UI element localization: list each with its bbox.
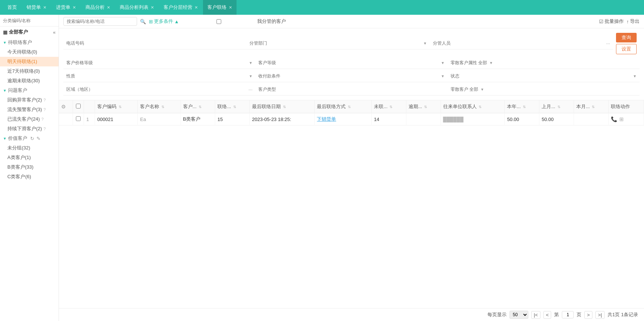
col-gear[interactable]: ⚙	[59, 100, 73, 113]
select-all-checkbox[interactable]	[76, 104, 81, 108]
help-icon-churned[interactable]: ?	[41, 117, 43, 121]
expand-problem-icon[interactable]: ▼	[3, 89, 7, 93]
setting-btn[interactable]: 设置	[616, 44, 637, 54]
person-dots-icon[interactable]: ···	[606, 41, 610, 46]
nav-sales-order[interactable]: 销货单 ✕	[22, 0, 51, 15]
col-last-contact-date[interactable]: 最后联络日期 ⇅	[250, 100, 315, 113]
col-customer-code[interactable]: 客户编码 ⇅	[95, 100, 138, 113]
sort-last-month-icon[interactable]: ⇅	[557, 105, 560, 109]
dept-dropdown-icon[interactable]: ▼	[423, 41, 427, 45]
nav-purchase-order[interactable]: 进货单 ✕	[52, 0, 80, 15]
sort-customer-name-icon[interactable]: ⇅	[161, 105, 164, 109]
sort-last-contact-date-icon[interactable]: ⇅	[283, 105, 286, 109]
scatter-customer-dropdown-icon[interactable]: ▼	[480, 87, 484, 92]
page-size-select[interactable]: 50 100 200	[510, 311, 528, 319]
my-customers-check[interactable]	[182, 19, 256, 24]
sort-customer-type-icon[interactable]: ⇅	[199, 105, 202, 109]
next-page-btn[interactable]: >	[584, 311, 592, 319]
customer-type-input[interactable]	[283, 87, 444, 92]
close-purchase-order-icon[interactable]: ✕	[73, 5, 76, 10]
col-this-month[interactable]: 本月... ⇅	[574, 100, 609, 113]
phone-input[interactable]	[91, 41, 244, 46]
refresh-value-icon[interactable]: ↻	[30, 136, 34, 141]
scatter-attr-dropdown-icon[interactable]: ▼	[489, 61, 493, 65]
row-checkbox[interactable]	[76, 116, 81, 121]
help-icon-repurchase[interactable]: ?	[43, 98, 46, 102]
close-customer-contact-icon[interactable]: ✕	[229, 5, 232, 10]
sort-this-month-icon[interactable]: ⇅	[592, 105, 595, 109]
price-level-input[interactable]	[95, 61, 246, 66]
status-input[interactable]	[475, 74, 631, 79]
person-input[interactable]	[457, 41, 604, 46]
row-checkbox-cell[interactable]	[73, 113, 84, 125]
status-dropdown-icon[interactable]: ▼	[633, 74, 637, 78]
region-dots-icon[interactable]: ···	[248, 87, 252, 92]
dept-input[interactable]	[274, 41, 421, 46]
batch-op-btn[interactable]: ☑ 批量操作	[599, 18, 624, 25]
payment-terms-dropdown-icon[interactable]: ▼	[441, 74, 445, 78]
col-last-month[interactable]: 上月... ⇅	[539, 100, 574, 113]
sort-customer-code-icon[interactable]: ⇅	[119, 105, 122, 109]
page-input[interactable]	[562, 311, 574, 318]
expand-pending-icon[interactable]: ▼	[3, 41, 7, 45]
filter-search-icon[interactable]: 🔍	[140, 19, 146, 24]
search-input[interactable]	[63, 17, 137, 26]
region-input[interactable]	[95, 87, 246, 92]
close-product-analysis-list-icon[interactable]: ✕	[151, 5, 154, 10]
nav-customer-contact[interactable]: 客户联络 ✕	[203, 0, 237, 15]
sort-no-contact-days-icon[interactable]: ⇅	[389, 105, 392, 109]
col-customer-type[interactable]: 客户... ⇅	[181, 100, 215, 113]
sidebar-search-input[interactable]	[3, 18, 58, 23]
my-customers-checkbox[interactable]: 我分管的客户	[182, 18, 286, 25]
last-page-btn[interactable]: >|	[595, 311, 605, 319]
sidebar-item-repurchase-abnormal[interactable]: 回购异常客户(2) ?	[0, 95, 59, 105]
col-contact-count[interactable]: 联络... ⇅	[215, 100, 250, 113]
col-last-contact-method[interactable]: 最后联络方式 ⇅	[315, 100, 372, 113]
sidebar-item-today-pending[interactable]: 今天待联络(0)	[0, 47, 59, 57]
sidebar-item-a-class[interactable]: A类客户(1)	[0, 153, 59, 162]
col-this-year[interactable]: 本年... ⇅	[505, 100, 539, 113]
sort-overdue-icon[interactable]: ⇅	[424, 105, 427, 109]
query-btn[interactable]: 查询	[616, 33, 637, 42]
sort-unit-contact-icon[interactable]: ⇅	[479, 105, 482, 109]
sidebar-item-7day-pending[interactable]: 近7天待联络(0)	[0, 66, 59, 76]
collapse-sidebar-icon[interactable]: «	[53, 30, 56, 35]
col-customer-name[interactable]: 客户名称 ⇅	[138, 100, 181, 113]
close-product-analysis-icon[interactable]: ✕	[107, 5, 110, 10]
nature-input[interactable]	[91, 74, 246, 79]
col-overdue[interactable]: 逾期... ⇅	[406, 100, 441, 113]
last-contact-method-link[interactable]: 下销货单	[317, 116, 336, 122]
row-last-contact-method[interactable]: 下销货单	[315, 113, 372, 125]
edit-value-icon[interactable]: ✎	[36, 136, 41, 141]
sort-last-contact-method-icon[interactable]: ⇅	[348, 105, 351, 109]
sort-contact-count-icon[interactable]: ⇅	[233, 105, 236, 109]
sidebar-item-c-class[interactable]: C类客户(6)	[0, 172, 59, 182]
col-unit-contact[interactable]: 往来单位联系人 ⇅	[441, 100, 505, 113]
nature-dropdown-icon[interactable]: ▼	[249, 74, 252, 78]
sidebar-item-churn-warning[interactable]: 流失预警客户(3) ?	[0, 105, 59, 114]
nav-home[interactable]: 首页	[3, 0, 21, 15]
sidebar-item-ungrouped[interactable]: 未分组(32)	[0, 143, 59, 153]
customer-level-dropdown-icon[interactable]: ▼	[441, 61, 445, 65]
more-conditions-btn[interactable]: ⊞ 更多条件 ▲	[149, 18, 179, 25]
help-icon-declining[interactable]: ?	[43, 127, 46, 131]
col-checkbox-header[interactable]	[73, 100, 84, 113]
expand-value-icon[interactable]: ▼	[3, 137, 7, 141]
nav-customer-segmentation[interactable]: 客户分层经营 ✕	[159, 0, 202, 15]
call-action-icon[interactable]: 📞	[611, 116, 617, 122]
column-settings-icon[interactable]: ⚙	[61, 104, 66, 110]
sidebar-item-overdue-contact[interactable]: 逾期未联络(30)	[0, 76, 59, 86]
first-page-btn[interactable]: |<	[531, 311, 540, 319]
grid-action-icon[interactable]: ⊞	[619, 116, 624, 122]
payment-terms-input[interactable]	[283, 74, 438, 79]
export-btn[interactable]: ↑ 导出	[627, 18, 640, 25]
price-level-dropdown-icon[interactable]: ▼	[249, 61, 252, 65]
col-no-contact-days[interactable]: 未联... ⇅	[371, 100, 406, 113]
sidebar-item-declining[interactable]: 持续下滑客户(2) ?	[0, 124, 59, 134]
sidebar-item-b-class[interactable]: B类客户(33)	[0, 162, 59, 172]
close-sales-order-icon[interactable]: ✕	[43, 5, 46, 10]
sidebar-item-churned[interactable]: 已流失客户(24) ?	[0, 114, 59, 124]
close-customer-segmentation-icon[interactable]: ✕	[195, 5, 198, 10]
customer-level-input[interactable]	[283, 61, 438, 66]
help-icon-churn-warning[interactable]: ?	[43, 107, 46, 112]
